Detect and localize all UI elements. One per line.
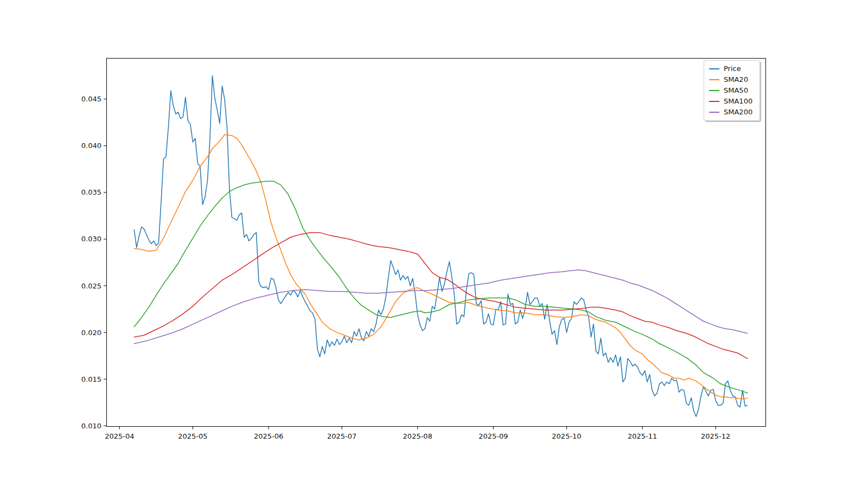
x-tick-label: 2025-07 (327, 432, 356, 440)
chart-figure: 2025-042025-052025-062025-072025-082025-… (0, 0, 868, 488)
x-tick-label: 2025-09 (478, 432, 508, 440)
legend-item-sma50: SMA50 (709, 85, 755, 96)
x-tick-label: 2025-05 (178, 432, 207, 440)
legend: Price SMA20 SMA50 SMA100 SMA200 (704, 60, 760, 121)
x-tick-label: 2025-04 (105, 432, 134, 440)
legend-label: SMA20 (724, 74, 748, 85)
y-tick-label: 0.035 (81, 188, 101, 196)
y-tick-label: 0.010 (81, 422, 101, 430)
sma200-line-swatch (709, 112, 719, 113)
legend-label: SMA100 (724, 96, 752, 107)
legend-item-price: Price (709, 63, 755, 74)
legend-item-sma20: SMA20 (709, 74, 755, 85)
y-tick-label: 0.040 (81, 142, 101, 150)
x-tick-label: 2025-11 (628, 432, 657, 440)
x-tick-label: 2025-12 (701, 432, 730, 440)
y-tick-label: 0.020 (81, 329, 101, 337)
y-tick-label: 0.045 (81, 95, 101, 103)
plot-border (107, 59, 766, 427)
price-line-swatch (709, 68, 719, 69)
y-tick-label: 0.015 (81, 375, 101, 383)
x-tick-label: 2025-08 (403, 432, 432, 440)
legend-item-sma200: SMA200 (709, 107, 755, 118)
y-tick-label: 0.025 (81, 282, 101, 290)
legend-label: Price (724, 63, 741, 74)
y-tick-label: 0.030 (81, 235, 101, 243)
legend-item-sma100: SMA100 (709, 96, 755, 107)
sma20-line-swatch (709, 79, 719, 80)
x-tick-label: 2025-10 (552, 432, 581, 440)
x-tick-label: 2025-06 (254, 432, 283, 440)
legend-label: SMA50 (724, 85, 748, 96)
sma50-line-swatch (709, 90, 719, 91)
sma100-line-swatch (709, 101, 719, 102)
legend-label: SMA200 (724, 107, 752, 118)
